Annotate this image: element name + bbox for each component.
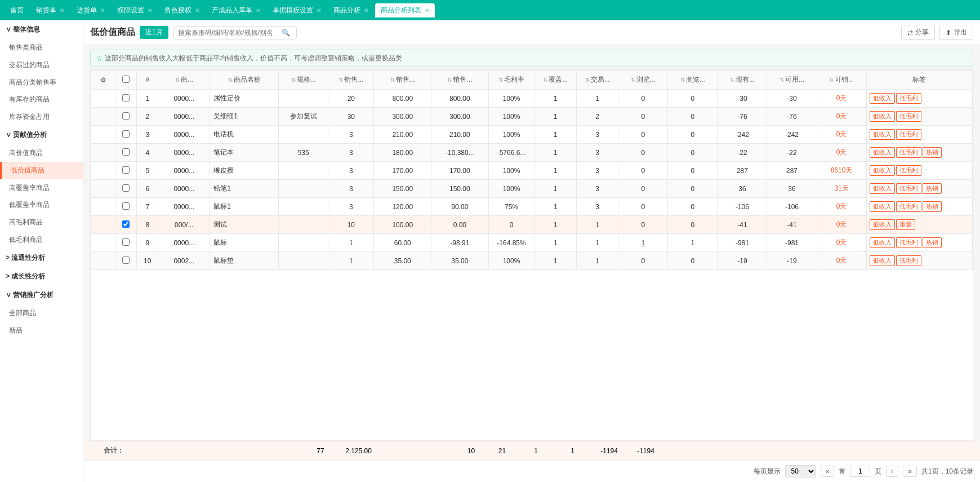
sidebar-group-growth[interactable]: > 成长性分析 (0, 267, 83, 286)
s1-cell: 3 (328, 198, 374, 216)
check-cell[interactable] (115, 144, 137, 162)
sidebar-item-sales-goods[interactable]: 销售类商品 (0, 39, 83, 56)
col-sale3-header[interactable]: ⇅销售... (431, 70, 489, 90)
row-checkbox[interactable] (122, 184, 130, 192)
close-icon[interactable]: ✕ (256, 7, 260, 14)
nav-analysis-list[interactable]: 商品分析列表 ✕ (375, 3, 435, 17)
page-size-select[interactable]: 50 100 200 (785, 465, 816, 477)
sidebar-item-low-coverage[interactable]: 低覆盖率商品 (0, 196, 83, 214)
sidebar-item-traded-goods[interactable]: 交易过的商品 (0, 56, 83, 74)
check-cell[interactable] (115, 126, 137, 144)
s3-cell: 150.00 (431, 180, 489, 198)
next-page-btn[interactable]: › (886, 466, 898, 477)
stock2-cell: -41 (767, 216, 817, 234)
row-checkbox[interactable] (122, 94, 130, 101)
row-checkbox[interactable] (122, 257, 130, 264)
settings-cell (91, 162, 115, 180)
sidebar-item-stock-capital[interactable]: 库存资金占用 (0, 108, 83, 126)
col-stock3-header[interactable]: ⇅可销... (817, 70, 866, 90)
nav-inbound[interactable]: 产成品入库单 ✕ (206, 3, 266, 17)
col-sale1-header[interactable]: ⇅销售... (328, 70, 374, 90)
search-icon[interactable]: 🔍 (282, 29, 290, 37)
tag-label: 低收入 (870, 93, 895, 104)
margin-cell: 75% (488, 198, 534, 216)
sidebar-group-contribution[interactable]: ∨ 贡献值分析 (0, 126, 83, 144)
name-cell: 鼠标1 (210, 198, 279, 216)
check-cell[interactable] (115, 234, 137, 252)
row-checkbox[interactable] (122, 166, 130, 174)
check-cell[interactable] (115, 162, 137, 180)
col-spec-header[interactable]: ⇅规格... (279, 70, 328, 90)
check-cell[interactable] (115, 252, 137, 270)
row-checkbox[interactable] (122, 202, 130, 210)
col-cover-header[interactable]: ⇅覆盖... (534, 70, 576, 90)
share-button[interactable]: ⇄ 分享 (901, 25, 935, 40)
nav-permission[interactable]: 权限设置 ✕ (112, 3, 158, 17)
s2-cell: 210.00 (374, 126, 431, 144)
close-icon[interactable]: ✕ (60, 7, 64, 14)
sidebar-group-liquidity[interactable]: > 流通性分析 (0, 249, 83, 267)
row-checkbox[interactable] (122, 238, 130, 246)
sidebar-item-low-value[interactable]: 低价值商品 (0, 162, 83, 179)
sidebar-group-marketing[interactable]: ∨ 营销推广分析 (0, 286, 83, 304)
sidebar-item-category-rate[interactable]: 商品分类销售率 (0, 74, 83, 91)
page-input[interactable] (850, 466, 870, 477)
close-icon[interactable]: ✕ (425, 7, 429, 14)
sidebar-item-high-margin[interactable]: 高毛利商品 (0, 214, 83, 231)
col-check-all[interactable] (115, 70, 137, 90)
top-nav: 首页 销货单 ✕ 进货单 ✕ 权限设置 ✕ 角色授权 ✕ 产成品入库单 ✕ 单据… (0, 0, 980, 20)
col-trade-header[interactable]: ⇅交易... (576, 70, 618, 90)
check-cell[interactable] (115, 180, 137, 198)
search-input[interactable] (178, 29, 279, 37)
export-button[interactable]: ⬆ 导出 (939, 25, 973, 40)
close-icon[interactable]: ✕ (148, 7, 152, 14)
last-page-btn[interactable]: » (903, 466, 917, 477)
close-icon[interactable]: ✕ (100, 7, 105, 14)
col-settings[interactable]: ⚙ (91, 70, 115, 90)
col-stock1-header[interactable]: ⇅现有... (718, 70, 767, 90)
nav-sales[interactable]: 销货单 ✕ (30, 3, 70, 17)
stock2-cell: -981 (767, 234, 817, 252)
check-cell[interactable] (115, 198, 137, 216)
check-cell[interactable] (115, 90, 137, 108)
browse1-link[interactable]: 1 (642, 239, 645, 247)
margin-cell: 100% (488, 162, 534, 180)
row-checkbox[interactable] (122, 148, 130, 156)
col-margin-header[interactable]: ⇅毛利率 (488, 70, 534, 90)
sidebar-item-high-value[interactable]: 高价值商品 (0, 144, 83, 162)
nav-role[interactable]: 角色授权 ✕ (159, 3, 205, 17)
close-icon[interactable]: ✕ (195, 7, 199, 14)
sidebar-item-high-coverage[interactable]: 高覆盖率商品 (0, 179, 83, 197)
col-tag-header: 标签 (866, 70, 972, 90)
nav-analysis[interactable]: 商品分析 ✕ (328, 3, 374, 17)
check-cell[interactable] (115, 216, 137, 234)
nav-template[interactable]: 单据模板设置 ✕ (267, 3, 327, 17)
filter-recent-month-btn[interactable]: 近1月 (140, 26, 168, 39)
col-browse1-header[interactable]: ⇅浏览... (618, 70, 668, 90)
sidebar-item-all-goods[interactable]: 全部商品 (0, 304, 83, 322)
col-browse2-header[interactable]: ⇅浏览... (668, 70, 718, 90)
row-checkbox[interactable] (122, 112, 130, 120)
page-title: 低价值商品 (90, 26, 135, 38)
col-code-header[interactable]: ⇅商... (158, 70, 210, 90)
total-label: 合计： (90, 446, 124, 456)
first-page-btn[interactable]: « (821, 466, 835, 477)
s3-cell: 300.00 (431, 108, 489, 126)
sidebar-group-overall[interactable]: ∨ 整体信息 (0, 20, 83, 39)
col-name-header[interactable]: ⇅商品名称 (210, 70, 279, 90)
browse1-cell: 1 (618, 234, 668, 252)
col-stock2-header[interactable]: ⇅可用... (767, 70, 817, 90)
row-checkbox[interactable] (122, 130, 130, 138)
check-all-input[interactable] (122, 76, 130, 83)
close-icon[interactable]: ✕ (364, 7, 368, 14)
close-icon[interactable]: ✕ (317, 7, 321, 14)
sidebar-item-low-margin[interactable]: 低毛利商品 (0, 231, 83, 249)
sidebar-item-new-goods[interactable]: 新品 (0, 322, 83, 339)
nav-home[interactable]: 首页 (5, 3, 29, 17)
days-cell: 0天 (817, 126, 866, 144)
check-cell[interactable] (115, 108, 137, 126)
col-sale2-header[interactable]: ⇅销售... (374, 70, 431, 90)
row-checkbox[interactable] (122, 220, 130, 228)
sidebar-item-stock-goods[interactable]: 有库存的商品 (0, 91, 83, 108)
nav-purchase[interactable]: 进货单 ✕ (71, 3, 110, 17)
